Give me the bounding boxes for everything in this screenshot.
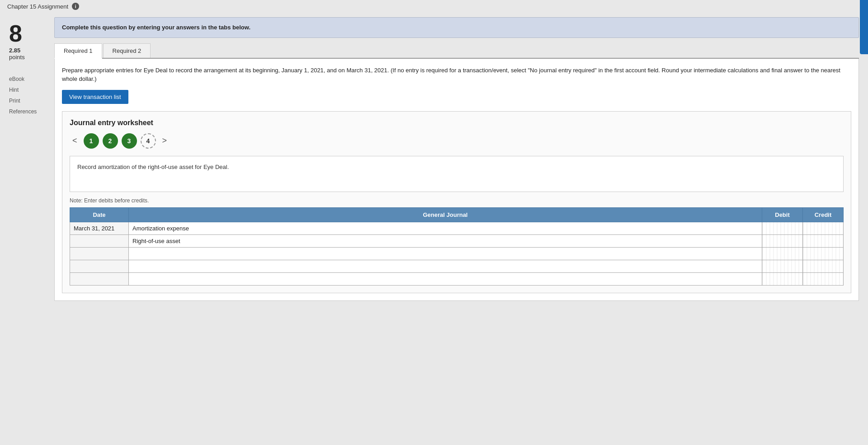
table-row [70, 272, 844, 285]
worksheet-section: Journal entry worksheet < 1 2 3 4 > Reco… [62, 111, 851, 293]
entry-description: Record amortization of the right-of-use … [70, 156, 844, 192]
col-header-debit: Debit [762, 207, 803, 222]
row2-debit[interactable] [762, 234, 803, 247]
entry-circle-3[interactable]: 3 [122, 133, 137, 149]
table-row: March 31, 2021 Amortization expense [70, 222, 844, 234]
points-value: 2.85 [9, 47, 20, 54]
tab-required1[interactable]: Required 1 [54, 43, 102, 59]
row5-credit[interactable] [803, 272, 844, 285]
row4-account[interactable] [129, 260, 762, 272]
main-content: 8 2.85 points eBook Hint Print Reference… [0, 13, 868, 445]
worksheet-title: Journal entry worksheet [70, 119, 844, 127]
instruction-text: Prepare appropriate entries for Eye Deal… [62, 66, 851, 84]
page-title: Chapter 15 Assignment [7, 3, 68, 10]
row5-account[interactable] [129, 272, 762, 285]
row1-credit[interactable] [803, 222, 844, 234]
row1-account[interactable]: Amortization expense [129, 222, 762, 234]
top-bar: Chapter 15 Assignment i [0, 0, 868, 13]
row2-account[interactable]: Right-of-use asset [129, 234, 762, 247]
nav-entries: < 1 2 3 4 > [70, 133, 844, 149]
journal-table: Date General Journal Debit Credit March … [70, 207, 844, 286]
row2-credit[interactable] [803, 234, 844, 247]
tabs-container: Required 1 Required 2 [54, 43, 859, 59]
row1-date: March 31, 2021 [70, 222, 129, 234]
question-content: Prepare appropriate entries for Eye Deal… [54, 59, 859, 301]
entry-circle-2[interactable]: 2 [103, 133, 118, 149]
row3-debit[interactable] [762, 247, 803, 260]
points-label: points [9, 54, 25, 61]
col-header-credit: Credit [803, 207, 844, 222]
row4-credit[interactable] [803, 260, 844, 272]
blue-sidebar-strip [860, 0, 868, 54]
instruction-box-text: Complete this question by entering your … [62, 24, 250, 31]
row2-date [70, 234, 129, 247]
page-wrapper: Chapter 15 Assignment i 8 2.85 points eB… [0, 0, 868, 445]
ebook-link[interactable]: eBook [9, 76, 37, 82]
info-icon[interactable]: i [72, 3, 79, 10]
row5-debit[interactable] [762, 272, 803, 285]
left-sidebar: 8 2.85 points eBook Hint Print Reference… [9, 17, 45, 436]
content-area: Complete this question by entering your … [54, 17, 859, 436]
table-row [70, 247, 844, 260]
table-row: Right-of-use asset [70, 234, 844, 247]
question-number: 8 [9, 22, 22, 45]
references-link[interactable]: References [9, 108, 37, 115]
col-header-general-journal: General Journal [129, 207, 762, 222]
nav-prev-arrow[interactable]: < [70, 134, 80, 147]
tab-required2[interactable]: Required 2 [103, 43, 151, 58]
row3-date [70, 247, 129, 260]
view-transaction-button[interactable]: View transaction list [62, 90, 128, 104]
nav-next-arrow[interactable]: > [160, 134, 170, 147]
row3-account[interactable] [129, 247, 762, 260]
instruction-box: Complete this question by entering your … [54, 17, 859, 38]
row4-date [70, 260, 129, 272]
hint-link[interactable]: Hint [9, 87, 37, 93]
entry-circle-4[interactable]: 4 [141, 133, 156, 149]
table-row [70, 260, 844, 272]
entry-circle-1[interactable]: 1 [84, 133, 99, 149]
print-link[interactable]: Print [9, 98, 37, 104]
row3-credit[interactable] [803, 247, 844, 260]
note-text: Note: Enter debits before credits. [70, 197, 844, 204]
row5-date [70, 272, 129, 285]
row1-debit[interactable] [762, 222, 803, 234]
row4-debit[interactable] [762, 260, 803, 272]
sidebar-links: eBook Hint Print References [9, 76, 37, 115]
col-header-date: Date [70, 207, 129, 222]
